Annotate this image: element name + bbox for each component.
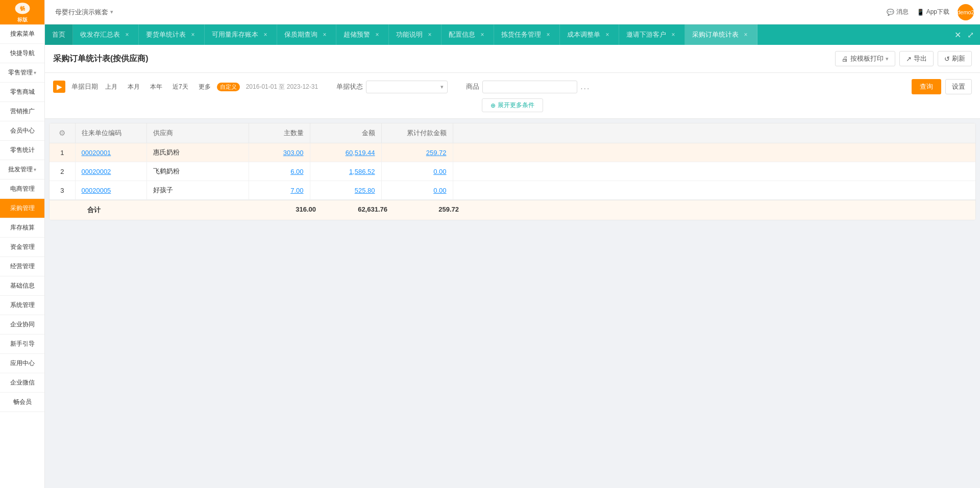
cell-amount-0[interactable]: 60,519.44 <box>310 143 381 162</box>
tab-close-receive[interactable]: × <box>123 31 131 39</box>
sidebar-item-label-vip: 畅会员 <box>13 398 32 406</box>
tab-close-pick-task[interactable]: × <box>544 31 552 39</box>
tab-invite-downstream[interactable]: 邀请下游客户× <box>619 24 685 45</box>
sidebar-item-ecommerce[interactable]: 电商管理 <box>0 179 44 199</box>
sidebar-item-label-purchase: 采购管理 <box>10 204 35 213</box>
export-label: 导出 <box>914 54 927 63</box>
cell-amount-1[interactable]: 1,586.52 <box>310 162 381 181</box>
cell-code-2[interactable]: 00020005 <box>75 181 146 200</box>
tab-config-info[interactable]: 配置信息× <box>442 24 494 45</box>
more-fields-dots[interactable]: ... <box>580 82 590 91</box>
chevron-right-icon: ▶ <box>57 83 62 91</box>
sidebar-item-arrow-wholesale: ▾ <box>34 167 36 172</box>
sidebar-item-marketing[interactable]: 营销推广 <box>0 102 44 121</box>
tab-order-stats[interactable]: 要货单统计表× <box>139 24 205 45</box>
export-btn[interactable]: ↗ 导出 <box>899 51 934 66</box>
last-month-shortcut[interactable]: 上月 <box>101 82 121 92</box>
tabbar-end: ✕ ⤢ <box>952 28 980 42</box>
tab-receive[interactable]: 收发存汇总表× <box>73 24 139 45</box>
print-btn[interactable]: 🖨 按模板打印 ▾ <box>835 51 895 66</box>
sidebar-item-label-inventory: 库存核算 <box>10 223 35 232</box>
cell-paid-2[interactable]: 0.00 <box>381 181 453 200</box>
sidebar-item-retail[interactable]: 零售管理▾ <box>0 63 44 83</box>
sidebar-item-enterprise-wechat[interactable]: 企业微信 <box>0 373 44 393</box>
tab-label-home: 首页 <box>52 30 65 39</box>
this-year-shortcut[interactable]: 本年 <box>146 82 166 92</box>
tab-close-overstock[interactable]: × <box>373 31 381 39</box>
sidebar-item-wholesale[interactable]: 批发管理▾ <box>0 160 44 179</box>
sidebar-item-inventory[interactable]: 库存核算 <box>0 218 44 238</box>
status-label: 单据状态 <box>336 82 363 91</box>
app-download-btn[interactable]: 📱 App下载 <box>917 8 949 16</box>
cell-amount-2[interactable]: 525.80 <box>310 181 381 200</box>
close-all-tabs-btn[interactable]: ✕ <box>952 28 963 42</box>
sidebar-item-retail-mall[interactable]: 零售商城 <box>0 83 44 102</box>
tab-label-expiry-query: 保质期查询 <box>284 30 317 39</box>
sidebar-item-new-guide[interactable]: 新手引导 <box>0 335 44 354</box>
sidebar-item-purchase[interactable]: 采购管理 <box>0 199 44 218</box>
cell-supplier-2: 好孩子 <box>146 181 249 200</box>
tab-purchase-stats[interactable]: 采购订单统计表× <box>685 24 757 45</box>
cell-code-1[interactable]: 00020002 <box>75 162 146 181</box>
sidebar-item-quick-nav[interactable]: 快捷导航 <box>0 44 44 63</box>
filter-toggle-btn[interactable]: ▶ <box>53 81 65 93</box>
tab-expiry-query[interactable]: 保质期查询× <box>277 24 336 45</box>
date-range-text: 2016-01-01 至 2023-12-31 <box>246 83 318 90</box>
cell-paid-1[interactable]: 0.00 <box>381 162 453 181</box>
cell-qty-1[interactable]: 6.00 <box>249 162 310 181</box>
expand-filter-btn[interactable]: ⊕ 展开更多条件 <box>482 98 543 112</box>
sidebar-item-basic-info[interactable]: 基础信息 <box>0 276 44 296</box>
tab-close-purchase-stats[interactable]: × <box>742 31 750 39</box>
message-btn[interactable]: 💬 消息 <box>887 8 909 16</box>
more-date-shortcut[interactable]: 更多 <box>194 82 215 92</box>
sidebar-item-member[interactable]: 会员中心 <box>0 121 44 141</box>
account-switcher[interactable]: 母婴行业演示账套 ▾ <box>51 6 117 19</box>
topbar: 母婴行业演示账套 ▾ 💬 消息 📱 App下载 demo2 <box>45 0 980 24</box>
user-avatar[interactable]: demo2 <box>958 4 974 20</box>
cell-paid-0[interactable]: 259.72 <box>381 143 453 162</box>
query-btn[interactable]: 查询 <box>912 79 941 94</box>
table-row: 2 00020002 飞鹤奶粉 6.00 1,586.52 0.00 <box>50 162 975 181</box>
tab-close-cost-adjust[interactable]: × <box>603 31 611 39</box>
tab-pick-task[interactable]: 拣货任务管理× <box>494 24 560 45</box>
tab-close-available-stock[interactable]: × <box>261 31 270 39</box>
sidebar-item-app-center[interactable]: 应用中心 <box>0 354 44 373</box>
tab-overstock[interactable]: 超储预警× <box>336 24 389 45</box>
sidebar-item-vip[interactable]: 畅会员 <box>0 393 44 412</box>
sidebar-item-retail-stats[interactable]: 零售统计 <box>0 141 44 160</box>
tab-close-config-info[interactable]: × <box>478 31 486 39</box>
refresh-label: 刷新 <box>952 54 965 63</box>
tab-close-func-desc[interactable]: × <box>426 31 434 39</box>
sidebar-item-enterprise[interactable]: 企业协同 <box>0 315 44 335</box>
tab-home[interactable]: 首页 <box>45 24 73 45</box>
cell-idx-2: 3 <box>50 181 75 200</box>
refresh-btn[interactable]: ↺ 刷新 <box>938 51 972 66</box>
sidebar-item-label-retail-stats: 零售统计 <box>10 146 35 155</box>
cell-qty-0[interactable]: 303.00 <box>249 143 310 162</box>
tab-close-invite-downstream[interactable]: × <box>669 31 677 39</box>
sidebar-item-finance[interactable]: 资金管理 <box>0 238 44 257</box>
status-select[interactable] <box>366 81 448 93</box>
sidebar-item-label-new-guide: 新手引导 <box>10 340 35 348</box>
sidebar-item-business[interactable]: 经营管理 <box>0 257 44 276</box>
goods-input[interactable] <box>482 81 577 93</box>
this-month-shortcut[interactable]: 本月 <box>124 82 144 92</box>
table-header-row: ⚙ 往来单位编码 供应商 主数量 金额 累计付款金额 <box>50 123 975 143</box>
tab-available-stock[interactable]: 可用量库存账本× <box>205 24 277 45</box>
goods-filter-field: 商品 ... <box>466 81 590 93</box>
tab-close-order-stats[interactable]: × <box>189 31 197 39</box>
7days-shortcut[interactable]: 近7天 <box>168 82 192 92</box>
maximize-btn[interactable]: ⤢ <box>965 28 976 42</box>
sidebar-item-system[interactable]: 系统管理 <box>0 296 44 315</box>
cell-qty-2[interactable]: 7.00 <box>249 181 310 200</box>
cell-code-0[interactable]: 00020001 <box>75 143 146 162</box>
custom-date-badge[interactable]: 自定义 <box>217 83 240 91</box>
settings-btn[interactable]: 设置 <box>945 79 972 94</box>
table-settings-icon[interactable]: ⚙ <box>59 129 65 137</box>
tab-func-desc[interactable]: 功能说明× <box>389 24 442 45</box>
tab-cost-adjust[interactable]: 成本调整单× <box>560 24 619 45</box>
main-area: 母婴行业演示账套 ▾ 💬 消息 📱 App下载 demo2 首页收发存汇总表×要… <box>45 0 980 488</box>
sidebar-item-search[interactable]: 搜索菜单 <box>0 24 44 44</box>
tab-close-expiry-query[interactable]: × <box>321 31 329 39</box>
sidebar-item-label-enterprise-wechat: 企业微信 <box>10 378 35 387</box>
